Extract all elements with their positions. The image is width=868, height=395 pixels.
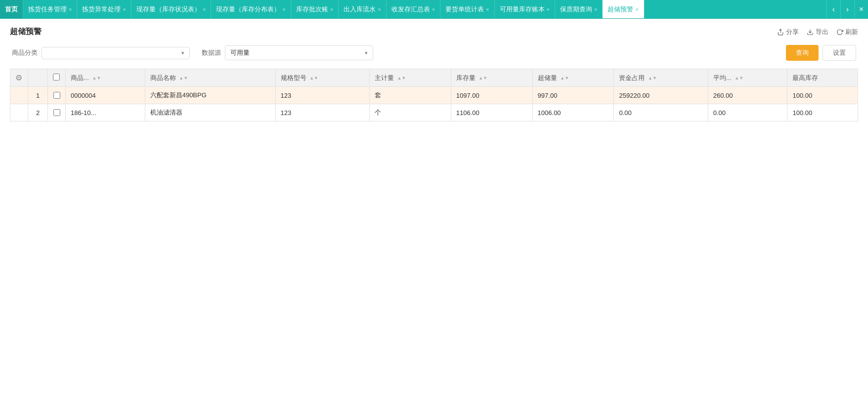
sort-icon-product-code: ▲▼ bbox=[92, 76, 101, 80]
col-header-stock[interactable]: 库存量 ▲▼ bbox=[451, 69, 532, 87]
col-header-product-code[interactable]: 商品... ▲▼ bbox=[66, 69, 145, 87]
nav-tab-recv-send-label: 收发存汇总表 bbox=[391, 5, 430, 14]
nav-tab-batch-account[interactable]: 库存批次账 × bbox=[291, 0, 339, 18]
table-body: 1 0000004 六配套新昌490BPG 123 套 1097.00 997.… bbox=[10, 87, 858, 121]
nav-tab-available-account-label: 可用量库存账本 bbox=[500, 5, 545, 14]
col-header-max-stock[interactable]: 最高库存 bbox=[787, 69, 858, 87]
nav-tab-order-stat-close[interactable]: × bbox=[486, 6, 489, 12]
col-header-overstock[interactable]: 超储量 ▲▼ bbox=[532, 69, 614, 87]
nav-tab-inventory-dist[interactable]: 现存量（库存分布表） × bbox=[211, 0, 291, 18]
sort-icon-capital: ▲▼ bbox=[648, 76, 657, 80]
page-content: 超储预警 分享 导出 bbox=[0, 19, 868, 395]
nav-tab-inout-flow[interactable]: 出入库流水 × bbox=[339, 0, 386, 18]
col-header-product-name[interactable]: 商品名称 ▲▼ bbox=[145, 69, 275, 87]
nav-tab-recv-send[interactable]: 收发存汇总表 × bbox=[387, 0, 440, 18]
nav-arrow-close[interactable]: × bbox=[854, 0, 868, 18]
share-button[interactable]: 分享 bbox=[777, 28, 799, 37]
row-unit: 套 bbox=[369, 87, 451, 104]
nav-tab-inout-flow-close[interactable]: × bbox=[378, 6, 381, 12]
row-checkbox[interactable] bbox=[53, 109, 60, 116]
datasource-select-chevron: ▾ bbox=[365, 50, 368, 56]
col-header-spec-label: 规格型号 bbox=[281, 74, 306, 81]
refresh-label: 刷新 bbox=[845, 28, 858, 37]
row-avg: 0.00 bbox=[708, 104, 787, 121]
row-avg: 260.00 bbox=[708, 87, 787, 104]
row-stock: 1106.00 bbox=[451, 104, 532, 121]
export-label: 导出 bbox=[816, 28, 828, 37]
col-header-unit-label: 主计量 bbox=[375, 74, 394, 81]
nav-tab-overstock-warning[interactable]: 超储预警 × bbox=[603, 0, 644, 18]
nav-tab-abnormal[interactable]: 拣货异常处理 × bbox=[77, 0, 131, 18]
row-product-code: 0000004 bbox=[66, 87, 145, 104]
nav-arrow-right[interactable]: › bbox=[840, 0, 854, 18]
row-overstock: 997.00 bbox=[532, 87, 614, 104]
export-button[interactable]: 导出 bbox=[807, 28, 828, 37]
row-max-stock: 100.00 bbox=[787, 87, 858, 104]
top-nav: 首页 拣货任务管理 × 拣货异常处理 × 现存量（库存状况表） × 现存量（库存… bbox=[0, 0, 868, 19]
row-overstock: 1006.00 bbox=[532, 104, 614, 121]
header-actions: 分享 导出 刷新 bbox=[777, 28, 858, 37]
row-product-name: 六配套新昌490BPG bbox=[145, 87, 275, 104]
col-header-stock-label: 库存量 bbox=[456, 74, 476, 81]
query-button[interactable]: 查询 bbox=[786, 45, 819, 61]
row-capital: 259220.00 bbox=[614, 87, 708, 104]
nav-tab-quality-check-close[interactable]: × bbox=[594, 6, 597, 12]
col-header-spec[interactable]: 规格型号 ▲▼ bbox=[275, 69, 369, 87]
nav-tab-inventory-dist-close[interactable]: × bbox=[282, 6, 285, 12]
col-header-unit[interactable]: 主计量 ▲▼ bbox=[369, 69, 451, 87]
col-header-max-stock-label: 最高库存 bbox=[792, 74, 818, 81]
col-header-check bbox=[48, 69, 66, 87]
row-check-cell bbox=[48, 87, 66, 104]
nav-tab-inventory-status-close[interactable]: × bbox=[203, 6, 206, 12]
col-header-avg[interactable]: 平均... ▲▼ bbox=[708, 69, 787, 87]
nav-tab-task-mgmt-close[interactable]: × bbox=[69, 6, 72, 12]
nav-tab-task-mgmt-label: 拣货任务管理 bbox=[28, 5, 67, 14]
sort-icon-overstock: ▲▼ bbox=[560, 76, 569, 80]
row-capital: 0.00 bbox=[614, 104, 708, 121]
nav-tab-order-stat-label: 要货单统计表 bbox=[445, 5, 484, 14]
col-header-settings: ⚙ bbox=[10, 69, 28, 87]
settings-gear-icon[interactable]: ⚙ bbox=[15, 74, 22, 82]
filter-buttons: 查询 设置 bbox=[786, 45, 856, 61]
col-header-avg-label: 平均... bbox=[713, 74, 732, 81]
nav-tab-quality-check[interactable]: 保质期查询 × bbox=[555, 0, 603, 18]
data-table: ⚙ 商品... ▲▼ 商品名称 ▲▼ 规格型号 ▲▼ bbox=[10, 69, 858, 121]
col-header-product-name-label: 商品名称 bbox=[150, 74, 176, 81]
settings-button[interactable]: 设置 bbox=[823, 45, 856, 61]
nav-tab-available-account[interactable]: 可用量库存账本 × bbox=[495, 0, 555, 18]
refresh-button[interactable]: 刷新 bbox=[836, 28, 858, 37]
nav-tab-inventory-status-label: 现存量（库存状况表） bbox=[136, 5, 201, 14]
row-max-stock: 100.00 bbox=[787, 104, 858, 121]
nav-tab-overstock-warning-close[interactable]: × bbox=[635, 6, 638, 12]
nav-arrow-left[interactable]: ‹ bbox=[826, 0, 840, 18]
select-all-checkbox[interactable] bbox=[53, 74, 60, 80]
nav-tab-abnormal-label: 拣货异常处理 bbox=[82, 5, 121, 14]
nav-tab-home[interactable]: 首页 bbox=[0, 0, 23, 18]
nav-tab-abnormal-close[interactable]: × bbox=[123, 6, 126, 12]
nav-tab-home-label: 首页 bbox=[5, 5, 18, 14]
nav-tab-inventory-status[interactable]: 现存量（库存状况表） × bbox=[131, 0, 211, 18]
datasource-select[interactable]: 可用量 ▾ bbox=[225, 45, 373, 60]
nav-tab-available-account-close[interactable]: × bbox=[547, 6, 550, 12]
nav-tab-batch-account-label: 库存批次账 bbox=[296, 5, 328, 14]
nav-tab-order-stat[interactable]: 要货单统计表 × bbox=[440, 0, 494, 18]
nav-tab-batch-account-close[interactable]: × bbox=[330, 6, 333, 12]
share-label: 分享 bbox=[786, 28, 799, 37]
page-header: 超储预警 分享 导出 bbox=[10, 27, 858, 37]
category-select[interactable]: ▾ bbox=[42, 47, 190, 59]
row-settings-cell bbox=[10, 104, 28, 121]
nav-tab-quality-check-label: 保质期查询 bbox=[560, 5, 592, 14]
row-product-name: 机油滤清器 bbox=[145, 104, 275, 121]
col-header-overstock-label: 超储量 bbox=[538, 74, 557, 81]
nav-tab-inventory-dist-label: 现存量（库存分布表） bbox=[216, 5, 280, 14]
nav-arrows: ‹ › × bbox=[826, 0, 868, 18]
col-header-capital[interactable]: 资金占用 ▲▼ bbox=[614, 69, 708, 87]
table-row: 2 186-10... 机油滤清器 123 个 1106.00 1006.00 … bbox=[10, 104, 858, 121]
nav-tab-recv-send-close[interactable]: × bbox=[432, 6, 435, 12]
sort-icon-unit: ▲▼ bbox=[397, 76, 406, 80]
col-header-capital-label: 资金占用 bbox=[619, 74, 645, 81]
nav-tab-task-mgmt[interactable]: 拣货任务管理 × bbox=[23, 0, 77, 18]
row-checkbox[interactable] bbox=[53, 92, 60, 99]
sort-icon-stock: ▲▼ bbox=[478, 76, 487, 80]
col-header-product-code-label: 商品... bbox=[71, 74, 89, 81]
